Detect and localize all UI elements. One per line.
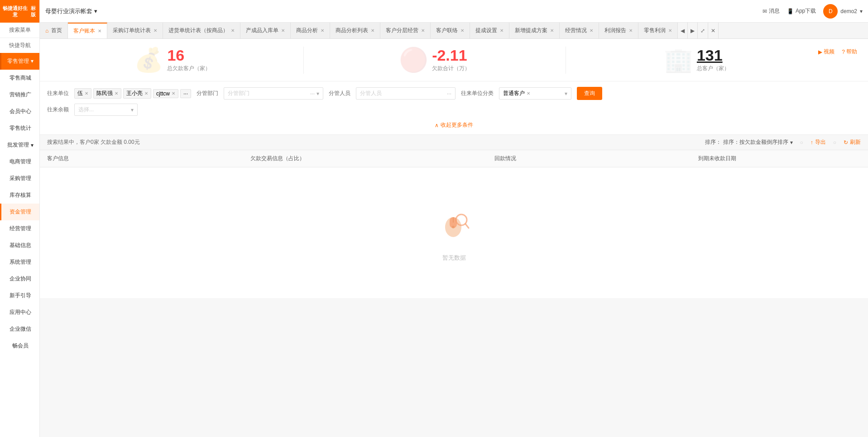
tab-close-icon[interactable]: ✕ bbox=[668, 28, 672, 33]
results-actions: 排序： 排序：按欠款金额倒序排序 ▾ ○ ↑ 导出 ○ ↻ 刷新 bbox=[705, 138, 861, 146]
tab-close-icon[interactable]: ✕ bbox=[98, 28, 101, 33]
sidebar-quick-nav[interactable]: 快捷导航 bbox=[0, 38, 39, 53]
sidebar-item-purchase[interactable]: 采购管理 bbox=[0, 170, 39, 187]
sidebar-item-retail-mgmt[interactable]: 零售管理 ▾ bbox=[0, 53, 39, 70]
tab-close-icon[interactable]: ✕ bbox=[550, 28, 554, 33]
tab-close-icon[interactable]: ✕ bbox=[321, 28, 324, 33]
department-select[interactable]: 分管部门 ··· ▾ bbox=[224, 87, 323, 100]
sidebar-item-ecommerce[interactable]: 电商管理 bbox=[0, 153, 39, 170]
help-btn[interactable]: ? 帮助 bbox=[842, 48, 857, 56]
tab-purchase-order-stats[interactable]: 采购订单统计表 ✕ bbox=[107, 23, 163, 39]
sidebar-item-finance[interactable]: 资金管理 bbox=[0, 204, 39, 220]
category-select[interactable]: 普通客户 ✕ ▾ bbox=[499, 87, 571, 100]
sidebar-item-inventory[interactable]: 库存核算 bbox=[0, 187, 39, 204]
query-button[interactable]: 查询 bbox=[577, 87, 602, 100]
collapse-btn[interactable]: ∧ 收起更多条件 bbox=[435, 121, 473, 129]
account-selector[interactable]: 母婴行业演示帐套 ▾ bbox=[45, 7, 97, 15]
sidebar-item-membership[interactable]: 畅会员 bbox=[0, 337, 39, 354]
ellipsis-icon: ··· bbox=[310, 90, 315, 97]
person-placeholder: 分管人员 bbox=[360, 90, 445, 97]
tag-close-icon[interactable]: ✕ bbox=[144, 91, 148, 96]
tab-profit-report[interactable]: 利润报告 ✕ bbox=[599, 23, 638, 39]
department-label: 分管部门 bbox=[197, 90, 218, 97]
sidebar-item-retail-mall[interactable]: 零售商城 bbox=[0, 70, 39, 86]
sidebar-item-member-center[interactable]: 会员中心 bbox=[0, 103, 39, 120]
stat-2: -2.11 欠款合计（万） bbox=[432, 48, 470, 72]
export-icon: ↑ bbox=[810, 139, 813, 146]
category-tag[interactable]: 普通客户 ✕ bbox=[503, 90, 530, 97]
tab-customer-segmentation[interactable]: 客户分层经营 ✕ bbox=[380, 23, 431, 39]
chevron-down-icon: ▾ bbox=[317, 90, 319, 97]
tab-close-icon[interactable]: ✕ bbox=[421, 28, 425, 33]
tag-close-icon[interactable]: ✕ bbox=[85, 91, 88, 96]
tab-close-icon[interactable]: ✕ bbox=[590, 28, 593, 33]
tab-home[interactable]: ⌂ 首页 bbox=[40, 23, 68, 39]
sidebar-item-wholesale-mgmt[interactable]: 批发管理 ▾ bbox=[0, 137, 39, 153]
sidebar-item-operations[interactable]: 经营管理 bbox=[0, 220, 39, 237]
balance-select[interactable]: 选择... ▾ bbox=[74, 104, 138, 116]
filter-area: 往来单位 伍 ✕ 陈民强 ✕ 王小亮 ✕ cjttcw bbox=[40, 81, 868, 135]
tab-close-icon[interactable]: ✕ bbox=[371, 28, 374, 33]
tab-production-inbound[interactable]: 产成品入库单 ✕ bbox=[240, 23, 291, 39]
stats-help: ▶ 视频 ? 帮助 bbox=[818, 46, 857, 56]
partner-tag-wu[interactable]: 伍 ✕ bbox=[74, 88, 91, 99]
app-download-btn[interactable]: 📱 App下载 bbox=[787, 7, 816, 15]
category-tag-close-icon[interactable]: ✕ bbox=[527, 91, 530, 96]
tab-close-icon[interactable]: ✕ bbox=[231, 28, 235, 33]
user-avatar[interactable]: D demo2 ▾ bbox=[823, 4, 863, 19]
tab-close-icon[interactable]: ✕ bbox=[153, 28, 157, 33]
tabs-close-all[interactable]: ✕ bbox=[708, 23, 719, 39]
tag-close-icon[interactable]: ✕ bbox=[115, 91, 118, 96]
tab-close-icon[interactable]: ✕ bbox=[500, 28, 504, 33]
top-bar-left: 母婴行业演示帐套 ▾ bbox=[45, 7, 97, 15]
tab-new-commission-plan[interactable]: 新增提成方案 ✕ bbox=[509, 23, 560, 39]
export-btn[interactable]: ↑ 导出 bbox=[810, 138, 826, 146]
data-table: 客户信息 欠款交易信息（占比） 回款情况 到期未收款日期 bbox=[40, 150, 868, 298]
balance-placeholder: 选择... bbox=[78, 106, 129, 114]
stat-1: 16 总欠款客户（家） bbox=[167, 48, 211, 72]
refresh-btn[interactable]: ↻ 刷新 bbox=[844, 138, 861, 146]
sidebar-item-system[interactable]: 系统管理 bbox=[0, 254, 39, 271]
tag-close-icon[interactable]: ✕ bbox=[172, 91, 175, 96]
tabs-maximize[interactable]: ⤢ bbox=[698, 23, 708, 39]
tab-close-icon[interactable]: ✕ bbox=[460, 28, 464, 33]
tabs-scroll-right[interactable]: ▶ bbox=[688, 23, 698, 39]
partner-tag-cjttcw[interactable]: cjttcw ✕ bbox=[153, 89, 178, 98]
tab-inbound-stats-by-product[interactable]: 进货单统计表（按商品） ✕ bbox=[163, 23, 240, 39]
tab-retail-profit[interactable]: 零售利润 ✕ bbox=[638, 23, 678, 39]
tab-product-analysis-list[interactable]: 商品分析列表 ✕ bbox=[330, 23, 380, 39]
sidebar-item-tutorial[interactable]: 新手引导 bbox=[0, 287, 39, 304]
sidebar-item-enterprise-collab[interactable]: 企业协同 bbox=[0, 271, 39, 287]
message-btn[interactable]: ✉ 消息 bbox=[762, 7, 780, 15]
content-area: 💰 16 总欠款客户（家） 🔴 -2.11 欠款合计（万） 🏢 bbox=[40, 39, 868, 437]
top-bar: 母婴行业演示帐套 ▾ ✉ 消息 📱 App下载 D demo2 ▾ bbox=[40, 0, 868, 23]
video-help-btn[interactable]: ▶ 视频 bbox=[818, 48, 834, 56]
partner-tag-more[interactable]: ··· bbox=[180, 89, 191, 98]
sidebar-item-wechat[interactable]: 企业微信 bbox=[0, 321, 39, 337]
chevron-up-icon: ∧ bbox=[435, 122, 439, 128]
empty-state: 暂无数据 bbox=[40, 167, 868, 298]
tab-product-analysis[interactable]: 商品分析 ✕ bbox=[291, 23, 330, 39]
sidebar-item-basic-info[interactable]: 基础信息 bbox=[0, 237, 39, 254]
sidebar-item-app-center[interactable]: 应用中心 bbox=[0, 304, 39, 321]
tab-commission-settings[interactable]: 提成设置 ✕ bbox=[470, 23, 509, 39]
tab-customer-ledger[interactable]: 客户账本 ✕ bbox=[68, 23, 107, 39]
tabs-scroll-left[interactable]: ◀ bbox=[678, 23, 688, 39]
partner-tag-chen[interactable]: 陈民强 ✕ bbox=[93, 88, 121, 99]
refresh-icon-circle: ○ bbox=[800, 139, 803, 146]
question-icon: ? bbox=[842, 49, 845, 55]
tab-close-icon[interactable]: ✕ bbox=[281, 28, 285, 33]
tab-customer-contact[interactable]: 客户联络 ✕ bbox=[431, 23, 470, 39]
stats-bar: 💰 16 总欠款客户（家） 🔴 -2.11 欠款合计（万） 🏢 bbox=[40, 39, 868, 81]
person-select[interactable]: 分管人员 ··· bbox=[356, 87, 456, 100]
tab-close-icon[interactable]: ✕ bbox=[629, 28, 633, 33]
message-icon: ✉ bbox=[762, 8, 767, 14]
sidebar-item-retail-stats[interactable]: 零售统计 bbox=[0, 120, 39, 137]
tab-business-overview[interactable]: 经营情况 ✕ bbox=[560, 23, 599, 39]
th-customer-info: 客户信息 bbox=[47, 155, 250, 162]
collapse-row: ∧ 收起更多条件 bbox=[47, 119, 861, 129]
sort-selector[interactable]: 排序： 排序：按欠款金额倒序排序 ▾ bbox=[705, 138, 793, 146]
partner-tag-wang[interactable]: 王小亮 ✕ bbox=[123, 88, 151, 99]
sidebar-item-marketing[interactable]: 营销推广 bbox=[0, 86, 39, 103]
sidebar-search[interactable]: 搜索菜单 bbox=[0, 23, 39, 38]
